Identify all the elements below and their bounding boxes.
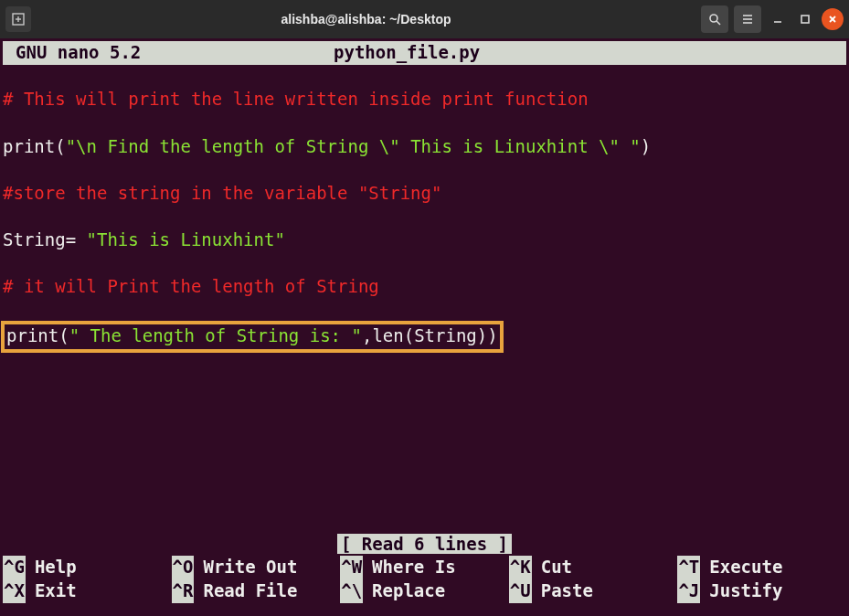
code-text: ) — [641, 136, 651, 156]
code-comment: # This will print the line written insid… — [3, 89, 589, 109]
menu-button[interactable] — [734, 5, 761, 33]
editor-body[interactable]: # This will print the line written insid… — [3, 65, 846, 533]
nano-status-text: [ Read 6 lines ] — [337, 534, 512, 554]
nano-header: GNU nano 5.2 python_file.py — [3, 41, 846, 65]
shortcut-readfile: ^RRead File — [172, 579, 341, 603]
code-text: ,len(String)) — [362, 325, 498, 345]
search-button[interactable] — [701, 5, 728, 33]
shortcut-justify: ^JJustify — [677, 579, 846, 603]
code-text: print( — [3, 136, 66, 156]
terminal-area[interactable]: GNU nano 5.2 python_file.py # This will … — [0, 38, 849, 606]
nano-status-bar: [ Read 6 lines ] — [3, 533, 846, 557]
new-tab-button[interactable] — [5, 6, 31, 32]
shortcut-replace: ^\Replace — [340, 579, 509, 603]
nano-shortcuts: ^GHelp ^OWrite Out ^WWhere Is ^KCut ^TEx… — [3, 556, 846, 602]
svg-point-3 — [710, 15, 717, 22]
code-string: " The length of String is: " — [69, 325, 362, 345]
shortcut-help: ^GHelp — [3, 556, 172, 579]
nano-filename: python_file.py — [334, 41, 480, 65]
close-button[interactable] — [822, 8, 844, 30]
shortcut-writeout: ^OWrite Out — [172, 556, 341, 579]
minimize-button[interactable] — [767, 8, 789, 30]
window-titlebar: alishba@alishba: ~/Desktop — [0, 0, 849, 38]
shortcut-paste: ^UPaste — [509, 579, 678, 603]
svg-line-4 — [716, 21, 720, 25]
maximize-button[interactable] — [794, 8, 816, 30]
shortcut-cut: ^KCut — [509, 556, 678, 579]
shortcut-exit: ^XExit — [3, 579, 172, 603]
nano-version: GNU nano 5.2 — [5, 41, 334, 65]
code-comment: #store the string in the variable "Strin… — [3, 183, 441, 203]
code-text: print( — [6, 325, 69, 345]
code-text: String= — [3, 229, 87, 250]
highlight-annotation: print(" The length of String is: ",len(S… — [1, 321, 504, 354]
shortcut-execute: ^TExecute — [677, 556, 846, 579]
window-title: alishba@alishba: ~/Desktop — [31, 12, 701, 27]
code-string: "\n Find the length of String \" This is… — [66, 136, 641, 156]
code-string: "This is Linuxhint" — [87, 229, 285, 250]
shortcut-whereis: ^WWhere Is — [340, 556, 509, 579]
code-comment: # it will Print the length of String — [3, 276, 379, 296]
svg-rect-9 — [801, 16, 809, 23]
